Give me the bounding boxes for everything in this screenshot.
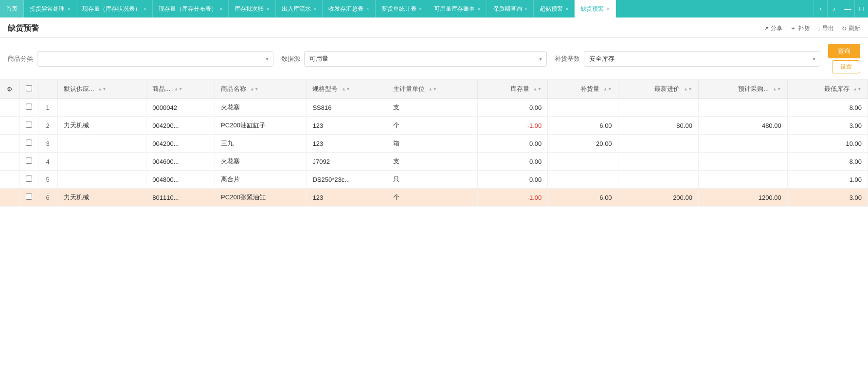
category-select[interactable] bbox=[37, 51, 273, 67]
tab-item-9[interactable]: 保质期查询× bbox=[487, 0, 534, 18]
tab-item-11[interactable]: 缺货预警× bbox=[575, 0, 615, 18]
tab-close-10[interactable]: × bbox=[565, 6, 568, 12]
th-stock[interactable]: 库存量 ▲▼ bbox=[477, 80, 547, 99]
row-checkbox-1[interactable] bbox=[26, 122, 32, 128]
th-supplier[interactable]: 默认供应... ▲▼ bbox=[57, 80, 146, 99]
row-checkbox-3[interactable] bbox=[26, 158, 32, 164]
tab-item-4[interactable]: 库存批次账× bbox=[229, 0, 275, 18]
th-replenish[interactable]: 补货量 ▲▼ bbox=[548, 80, 618, 99]
tab-close-1[interactable]: × bbox=[67, 6, 70, 12]
export-button[interactable]: ↓ 导出 bbox=[817, 24, 834, 33]
tab-nav-buttons: ‹ › — □ bbox=[814, 0, 868, 18]
row-checkbox-0[interactable] bbox=[26, 104, 32, 110]
row-supplier-5: 力天机械 bbox=[57, 189, 146, 207]
settings-button[interactable]: 设置 bbox=[832, 60, 860, 73]
tab-close-7[interactable]: × bbox=[419, 6, 422, 12]
row-name-5: PC200张紧油缸 bbox=[215, 189, 307, 207]
row-replenish-0 bbox=[548, 99, 618, 117]
unit-sort-icon: ▲▼ bbox=[428, 87, 437, 91]
tab-item-7[interactable]: 要货单统计表× bbox=[376, 0, 428, 18]
row-code-4: 004800... bbox=[146, 171, 215, 189]
tab-close-9[interactable]: × bbox=[524, 6, 527, 12]
th-unit[interactable]: 主计量单位 ▲▼ bbox=[387, 80, 477, 99]
tab-label-8: 可用量库存账本 bbox=[434, 5, 475, 13]
row-code-2: 004200... bbox=[146, 135, 215, 153]
replenish-base-select[interactable]: 安全库存 最低库存 bbox=[584, 51, 820, 67]
spec-sort-icon: ▲▼ bbox=[342, 87, 350, 91]
replenish-icon: ＋ bbox=[790, 24, 796, 33]
th-spec[interactable]: 规格型号 ▲▼ bbox=[307, 80, 387, 99]
tab-minimize-button[interactable]: — bbox=[841, 0, 854, 18]
tab-label-5: 出入库流水 bbox=[282, 5, 311, 13]
tab-label-0: 首页 bbox=[6, 5, 18, 13]
row-latest-price-3 bbox=[618, 153, 698, 171]
th-latest-price[interactable]: 最新进价 ▲▼ bbox=[618, 80, 698, 99]
table-row: 2力天机械004200...PC200油缸缸子123个-1.006.0080.0… bbox=[0, 117, 868, 135]
row-checkbox-4[interactable] bbox=[26, 176, 32, 182]
refresh-button[interactable]: ↻ 刷新 bbox=[842, 24, 860, 33]
tab-close-5[interactable]: × bbox=[313, 6, 316, 12]
tab-item-0[interactable]: 首页 bbox=[0, 0, 24, 18]
th-name[interactable]: 商品名称 ▲▼ bbox=[215, 80, 307, 99]
tab-bar: 首页拣货异常处理×现存量（库存状况表）×现存量（库存分布表）×库存批次账×出入库… bbox=[0, 0, 868, 18]
row-latest-price-5: 200.00 bbox=[618, 189, 698, 207]
row-checkbox-2[interactable] bbox=[26, 140, 32, 146]
tab-close-8[interactable]: × bbox=[477, 6, 480, 12]
row-supplier-1: 力天机械 bbox=[57, 117, 146, 135]
select-all-checkbox[interactable] bbox=[26, 85, 32, 91]
tab-item-3[interactable]: 现存量（库存分布表）× bbox=[153, 0, 229, 18]
row-gear-cell-3 bbox=[0, 153, 19, 171]
tab-item-10[interactable]: 超储预警× bbox=[534, 0, 575, 18]
row-estimated-5: 1200.00 bbox=[698, 189, 787, 207]
th-estimated[interactable]: 预计采购... ▲▼ bbox=[698, 80, 787, 99]
row-name-2: 三九 bbox=[215, 135, 307, 153]
share-button[interactable]: ↗ 分享 bbox=[764, 24, 782, 33]
row-stock-4: 0.00 bbox=[477, 171, 547, 189]
table-row: 10000042火花塞SS816支0.008.00 bbox=[0, 99, 868, 117]
row-supplier-4 bbox=[57, 171, 146, 189]
row-latest-price-2 bbox=[618, 135, 698, 153]
tab-item-2[interactable]: 现存量（库存状况表）× bbox=[76, 0, 152, 18]
tab-close-3[interactable]: × bbox=[219, 6, 222, 12]
tab-close-2[interactable]: × bbox=[143, 6, 146, 12]
name-sort-icon: ▲▼ bbox=[250, 87, 259, 91]
datasource-select[interactable]: 可用量 库存量 bbox=[304, 51, 547, 67]
tab-close-6[interactable]: × bbox=[366, 6, 369, 12]
row-estimated-4 bbox=[698, 171, 787, 189]
row-name-3: 火花塞 bbox=[215, 153, 307, 171]
row-stock-3: 0.00 bbox=[477, 153, 547, 171]
row-checkbox-5[interactable] bbox=[26, 194, 32, 200]
tab-close-4[interactable]: × bbox=[266, 6, 269, 12]
tab-item-5[interactable]: 出入库流水× bbox=[276, 0, 323, 18]
row-gear-cell-4 bbox=[0, 171, 19, 189]
tab-prev-button[interactable]: ‹ bbox=[814, 0, 827, 18]
replenish-button[interactable]: ＋ 补货 bbox=[790, 24, 810, 33]
row-estimated-2 bbox=[698, 135, 787, 153]
tab-label-2: 现存量（库存状况表） bbox=[82, 5, 141, 13]
query-button[interactable]: 查询 bbox=[828, 44, 860, 58]
tab-item-1[interactable]: 拣货异常处理× bbox=[24, 0, 76, 18]
category-filter: 商品分类 ▾ bbox=[8, 51, 273, 67]
row-latest-price-0 bbox=[618, 99, 698, 117]
th-code[interactable]: 商品... ▲▼ bbox=[146, 80, 215, 99]
tab-close-11[interactable]: × bbox=[606, 6, 609, 12]
row-index-3: 4 bbox=[38, 153, 57, 171]
tab-item-6[interactable]: 收发存汇总表× bbox=[323, 0, 375, 18]
row-gear-cell-0 bbox=[0, 99, 19, 117]
row-spec-3: J7092 bbox=[307, 153, 387, 171]
row-stock-5: -1.00 bbox=[477, 189, 547, 207]
row-spec-0: SS816 bbox=[307, 99, 387, 117]
table-row: 3004200...三九123箱0.0020.0010.00 bbox=[0, 135, 868, 153]
row-unit-0: 支 bbox=[387, 99, 477, 117]
tab-item-8[interactable]: 可用量库存账本× bbox=[428, 0, 487, 18]
row-replenish-5: 6.00 bbox=[548, 189, 618, 207]
row-gear-cell-5 bbox=[0, 189, 19, 207]
tab-maximize-button[interactable]: □ bbox=[854, 0, 868, 18]
row-replenish-3 bbox=[548, 153, 618, 171]
gear-icon[interactable]: ⚙ bbox=[7, 86, 13, 93]
row-checkbox-cell-2 bbox=[19, 135, 38, 153]
tab-next-button[interactable]: › bbox=[827, 0, 841, 18]
tab-label-3: 现存量（库存分布表） bbox=[159, 5, 217, 13]
th-min-stock[interactable]: 最低库存 ▲▼ bbox=[787, 80, 868, 99]
page-header: 缺货预警 ↗ 分享 ＋ 补货 ↓ 导出 ↻ 刷新 bbox=[0, 18, 868, 38]
